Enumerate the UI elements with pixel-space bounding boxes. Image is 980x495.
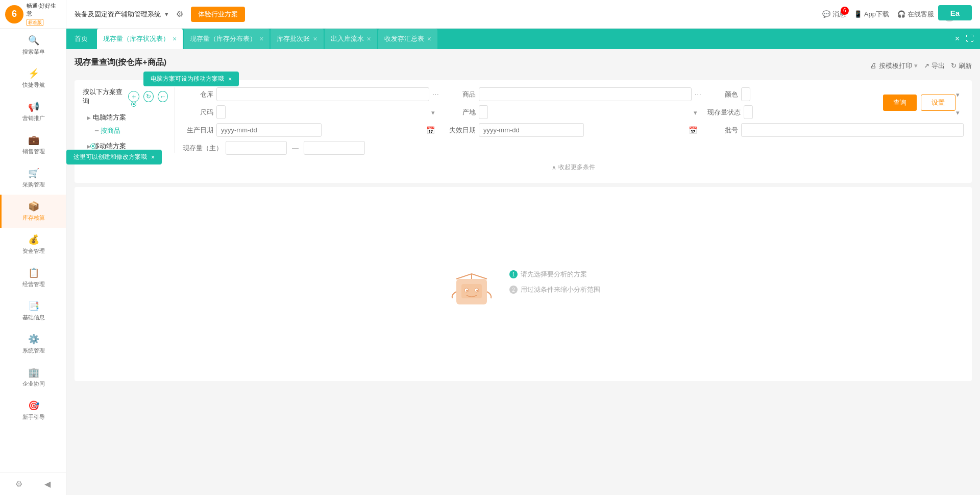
tab-inventory-batch[interactable]: 库存批次账 × xyxy=(271,29,323,49)
step-2-label: 用过滤条件来缩小分析范围 xyxy=(521,285,600,294)
main-content: 现存量查询(按仓库+商品) 🖨 按模板打印 ▾ ↗ 导出 ↻ 刷新 xyxy=(66,49,980,495)
empty-step-1: 1 请先选择要分析的方案 xyxy=(509,270,600,279)
online-service-button[interactable]: 🎧 在线客服 xyxy=(897,10,934,19)
filter-field-inventory-qty: 现存量（主） — xyxy=(183,141,387,155)
filter-field-inventory-status: 现存量状态 xyxy=(707,105,964,119)
filter-header: 按以下方案查询 + 电脑方案可设为移动方案哦 × ↻ xyxy=(83,87,168,106)
size-label: 尺码 xyxy=(183,108,213,117)
sidebar-item-finance[interactable]: 💰 资金管理 xyxy=(0,228,66,261)
origin-label: 产地 xyxy=(445,108,476,117)
tree-desktop[interactable]: ▶ 电脑端方案 xyxy=(87,111,168,124)
origin-select[interactable] xyxy=(479,105,488,119)
empty-state-panel: 1 请先选择要分析的方案 2 用过滤条件来缩小分析范围 xyxy=(75,187,972,381)
warehouse-input[interactable] xyxy=(216,87,429,101)
tab-close-collect-summary[interactable]: × xyxy=(427,35,431,43)
warehouse-dots[interactable]: ··· xyxy=(432,90,439,99)
message-button[interactable]: 💬 消息 6 xyxy=(822,10,846,19)
add-scenario-button[interactable]: + xyxy=(128,91,139,102)
sidebar-item-enterprise[interactable]: 🏢 企业协同 xyxy=(0,361,66,394)
export-button[interactable]: ↗ 导出 xyxy=(924,61,945,70)
sidebar-item-label: 库存核算 xyxy=(22,214,45,222)
sidebar-item-system[interactable]: ⚙️ 系统管理 xyxy=(0,327,66,361)
batch-input[interactable] xyxy=(741,123,964,137)
tab-close-inventory-status[interactable]: × xyxy=(173,35,177,43)
tree-item-by-goods[interactable]: ━ 按商品 xyxy=(95,124,168,137)
tab-label: 现存量（库存状况表） xyxy=(103,34,169,43)
goods-dots[interactable]: ··· xyxy=(695,90,701,99)
size-select[interactable] xyxy=(216,105,226,119)
settings-button[interactable]: ⚙ xyxy=(173,7,187,21)
sidebar-item-purchase[interactable]: 🛒 采购管理 xyxy=(0,161,66,195)
tab-close-in-out-flow[interactable]: × xyxy=(367,35,371,43)
sidebar-item-operations[interactable]: 📋 经营管理 xyxy=(0,261,66,294)
tooltip-close-2[interactable]: × xyxy=(151,154,155,161)
tab-collect-summary[interactable]: 收发存汇总表 × xyxy=(378,29,437,49)
filter-field-goods: 商品 ··· xyxy=(445,87,701,101)
sidebar-item-label: 新手引导 xyxy=(22,413,45,421)
filter-field-warehouse: 仓库 ··· xyxy=(183,87,439,101)
sidebar-item-label: 系统管理 xyxy=(22,347,45,355)
trial-button[interactable]: 体验行业方案 xyxy=(191,7,245,22)
filter-panel: 按以下方案查询 + 电脑方案可设为移动方案哦 × ↻ xyxy=(75,80,972,183)
tab-close-inventory-batch[interactable]: × xyxy=(313,35,317,43)
money-icon: 💰 xyxy=(28,234,39,245)
print-button[interactable]: 🖨 按模板打印 ▾ xyxy=(870,61,918,70)
collapse-footer-button[interactable]: ◀ xyxy=(44,479,51,489)
production-date-label: 生产日期 xyxy=(183,126,213,135)
arrow-scenario-button[interactable]: ← xyxy=(158,91,168,102)
settings-footer-button[interactable]: ⚙ xyxy=(15,479,22,489)
sidebar-footer: ⚙ ◀ xyxy=(0,473,66,495)
color-select[interactable] xyxy=(741,87,750,101)
batch-label: 批号 xyxy=(707,126,738,135)
color-label: 颜色 xyxy=(707,90,738,99)
tree-desktop-children: ━ 按商品 xyxy=(87,124,168,137)
sidebar-item-quick-nav[interactable]: ⚡ 快捷导航 xyxy=(0,62,66,95)
close-tab-button[interactable]: × xyxy=(953,32,962,45)
sidebar-item-search-menu[interactable]: 🔍 搜索菜单 xyxy=(0,29,66,62)
tab-in-out-flow[interactable]: 出入库流水 × xyxy=(325,29,377,49)
tab-home[interactable]: 首页 xyxy=(66,29,96,49)
sidebar-item-label: 营销推广 xyxy=(22,114,45,122)
tab-close-inventory-distribution[interactable]: × xyxy=(259,35,263,43)
production-date-input[interactable] xyxy=(216,123,322,137)
sidebar-item-guide[interactable]: 🎯 新手引导 xyxy=(0,394,66,427)
refresh-button[interactable]: ↻ 刷新 xyxy=(951,61,972,70)
tree-collapse-icon: ▶ xyxy=(87,115,91,121)
sidebar-item-basic-info[interactable]: 📑 基础信息 xyxy=(0,294,66,327)
online-service-label: 在线客服 xyxy=(908,10,934,19)
sidebar-item-sales[interactable]: 💼 销售管理 xyxy=(0,128,66,161)
inventory-status-select[interactable] xyxy=(744,105,753,119)
expiry-date-input[interactable] xyxy=(479,123,584,137)
tab-inventory-distribution[interactable]: 现存量（库存分布表） × xyxy=(184,29,270,49)
fullscreen-button[interactable]: ⛶ xyxy=(964,32,976,45)
expiry-date-label: 失效日期 xyxy=(445,126,476,135)
collapse-up-icon: ∧ xyxy=(552,164,556,171)
sidebar-logo: 6 畅通·好好生意 标准版 xyxy=(0,0,66,29)
collapse-label: 收起更多条件 xyxy=(558,163,595,172)
collapse-row[interactable]: ∧ 收起更多条件 xyxy=(183,159,964,176)
sidebar-item-label: 采购管理 xyxy=(22,181,45,188)
tab-inventory-status[interactable]: 现存量（库存状况表） × xyxy=(97,29,183,49)
tab-label: 出入库流水 xyxy=(331,34,364,43)
sidebar-item-marketing[interactable]: 📢 营销推广 xyxy=(0,95,66,128)
app-download-button[interactable]: 📱 App下载 xyxy=(854,10,889,19)
printer-icon: 🖨 xyxy=(870,62,877,69)
phone-icon: 📱 xyxy=(854,10,862,18)
refresh-scenario-button[interactable]: ↻ xyxy=(143,91,154,102)
document-icon: 📑 xyxy=(28,300,39,312)
building-icon: 🏢 xyxy=(28,367,39,378)
sidebar-item-inventory[interactable]: 📦 库存核算 xyxy=(0,195,66,228)
system-select-button[interactable]: ▾ xyxy=(165,10,168,18)
dot-indicator-1 xyxy=(132,102,136,106)
filter-field-batch: 批号 xyxy=(707,123,964,137)
inventory-qty-min-input[interactable] xyxy=(226,141,287,155)
flash-icon: ⚡ xyxy=(28,68,39,79)
briefcase-icon: 💼 xyxy=(28,134,39,146)
goods-input[interactable] xyxy=(479,87,692,101)
refresh-label: 刷新 xyxy=(959,61,972,70)
filter-label: 按以下方案查询 xyxy=(83,87,124,106)
sidebar-item-label: 搜索菜单 xyxy=(22,48,45,56)
inventory-qty-max-input[interactable] xyxy=(304,141,365,155)
tooltip-close-1[interactable]: × xyxy=(228,76,232,83)
file-icon: ━ xyxy=(95,127,99,134)
